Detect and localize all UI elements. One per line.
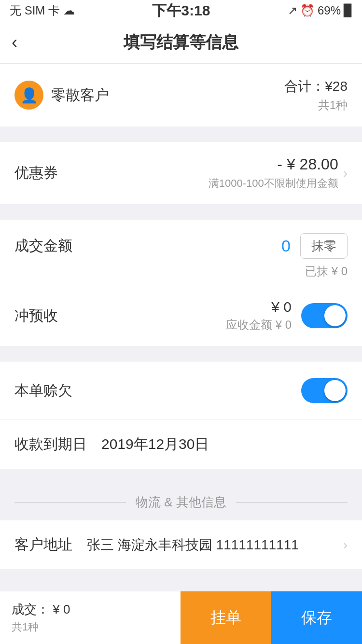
coupon-desc: 满1000-100不限制使用金额 [209, 176, 338, 191]
gray-separator-2 [0, 212, 362, 220]
logistics-line-right [236, 502, 348, 503]
debt-row: 本单赊欠 [0, 362, 362, 420]
prereceive-value: ¥ 0 [226, 299, 292, 315]
prereceive-right: ¥ 0 应收金额 ¥ 0 [226, 299, 348, 333]
prereceive-sub: 应收金额 ¥ 0 [226, 317, 292, 333]
coupon-section[interactable]: 优惠券 - ¥ 28.00 满1000-100不限制使用金额 › [0, 142, 362, 204]
status-right: ↗ ⏰ 69% ▉ [288, 4, 352, 17]
address-section[interactable]: 客户地址 张三 海淀永丰科技园 11111111111 › [0, 520, 362, 569]
transaction-label: 成交金额 [14, 236, 72, 256]
address-label: 客户地址 [14, 535, 72, 555]
customer-count: 共1种 [284, 98, 348, 113]
transaction-sub: 已抹 ¥ 0 [0, 264, 362, 289]
alarm-icon: ⏰ [300, 4, 315, 17]
due-date-label: 收款到期日 [14, 434, 87, 454]
customer-name: 零散客户 [51, 85, 109, 105]
status-bar: 无 SIM 卡 ☁ 下午3:18 ↗ ⏰ 69% ▉ [0, 0, 362, 21]
location-icon: ↗ [288, 4, 297, 17]
prereceive-toggle[interactable] [301, 303, 348, 328]
bottom-bar: 成交： ¥ 0 共1种 挂单 保存 [0, 591, 362, 644]
address-value: 张三 海淀永丰科技园 11111111111 [87, 536, 338, 554]
customer-row: 👤 零散客户 合计：¥28 共1种 [0, 64, 362, 126]
logistics-text: 物流 & 其他信息 [126, 494, 236, 511]
customer-left: 👤 零散客户 [14, 81, 109, 110]
customer-total: 合计：¥28 [284, 77, 348, 96]
avatar: 👤 [14, 81, 43, 110]
coupon-amount: - ¥ 28.00 [209, 155, 338, 173]
gray-separator-4 [0, 476, 362, 484]
customer-right: 合计：¥28 共1种 [284, 77, 348, 113]
bottom-deal: 成交： ¥ 0 [12, 601, 169, 618]
back-button[interactable]: ‹ [12, 32, 17, 53]
nav-bar: ‹ 填写结算等信息 [0, 21, 362, 64]
status-time: 下午3:18 [152, 1, 210, 21]
transaction-value: 0 [281, 237, 291, 255]
deal-label: 成交： [12, 602, 49, 616]
battery-icon: ▉ [344, 4, 352, 17]
avatar-icon: 👤 [20, 87, 38, 104]
customer-section: 👤 零散客户 合计：¥28 共1种 [0, 64, 362, 126]
hold-button[interactable]: 挂单 [181, 591, 271, 644]
debt-section: 本单赊欠 收款到期日 2019年12月30日 [0, 362, 362, 469]
round-button[interactable]: 抹零 [300, 233, 348, 259]
content-area: 👤 零散客户 合计：¥28 共1种 优惠券 - ¥ 28.00 满1000-10… [0, 64, 362, 644]
page-title: 填写结算等信息 [124, 31, 238, 54]
address-row[interactable]: 客户地址 张三 海淀永丰科技园 11111111111 › [0, 520, 362, 569]
coupon-info: - ¥ 28.00 满1000-100不限制使用金额 [209, 155, 338, 191]
deal-value: ¥ 0 [53, 602, 70, 616]
prereceive-label: 冲预收 [14, 306, 58, 326]
debt-label: 本单赊欠 [14, 381, 72, 401]
prereceive-amounts: ¥ 0 应收金额 ¥ 0 [226, 299, 292, 333]
logistics-line-left [14, 502, 126, 503]
coupon-row[interactable]: 优惠券 - ¥ 28.00 满1000-100不限制使用金额 › [0, 142, 362, 204]
status-left: 无 SIM 卡 ☁ [10, 3, 75, 18]
transaction-right: 0 抹零 [281, 233, 348, 259]
due-date-row: 收款到期日 2019年12月30日 [0, 420, 362, 469]
chevron-right-icon: › [343, 166, 348, 181]
gray-separator-1 [0, 134, 362, 142]
logistics-header: 物流 & 其他信息 [0, 484, 362, 520]
battery-text: 69% [318, 4, 341, 17]
due-date-value: 2019年12月30日 [101, 434, 209, 454]
gray-separator-3 [0, 354, 362, 362]
bottom-count: 共1种 [12, 620, 169, 634]
transaction-section: 成交金额 0 抹零 已抹 ¥ 0 冲预收 ¥ 0 应收金额 ¥ 0 [0, 220, 362, 346]
coupon-right-area: - ¥ 28.00 满1000-100不限制使用金额 › [209, 155, 348, 191]
prereceive-row: 冲预收 ¥ 0 应收金额 ¥ 0 [0, 289, 362, 346]
sim-status: 无 SIM 卡 ☁ [10, 3, 75, 18]
address-chevron-icon: › [343, 537, 348, 553]
bottom-info: 成交： ¥ 0 共1种 [0, 601, 181, 634]
coupon-label: 优惠券 [14, 163, 58, 183]
debt-toggle[interactable] [301, 378, 348, 403]
transaction-row: 成交金额 0 抹零 [0, 220, 362, 264]
save-button[interactable]: 保存 [271, 591, 362, 644]
